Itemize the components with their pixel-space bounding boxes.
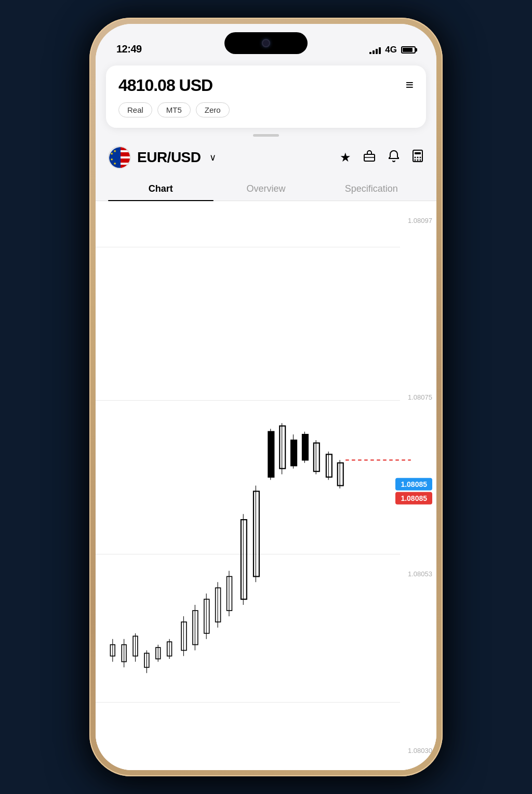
account-balance: 4810.08 USD <box>118 76 230 95</box>
svg-text:★: ★ <box>113 149 116 153</box>
tag-mt5[interactable]: MT5 <box>157 102 191 117</box>
svg-rect-45 <box>241 520 247 599</box>
candlestick-chart <box>96 201 436 770</box>
svg-rect-59 <box>326 454 332 477</box>
svg-text:★: ★ <box>110 157 113 161</box>
svg-rect-53 <box>291 440 297 466</box>
svg-rect-51 <box>280 426 285 469</box>
symbol-name[interactable]: EUR/USD <box>137 149 201 166</box>
symbol-left: ★ ★ ★ ★ <box>108 146 216 169</box>
portfolio-icon[interactable] <box>363 149 376 166</box>
tab-bar: Chart Overview Specification <box>96 177 436 201</box>
account-card: 4810.08 USD Real MT5 Zero ≡ <box>106 65 426 128</box>
tab-chart[interactable]: Chart <box>108 177 214 201</box>
svg-rect-4 <box>121 147 131 149</box>
svg-rect-47 <box>254 491 259 576</box>
svg-rect-8 <box>121 160 131 162</box>
price-badges: 1.08085 1.08085 <box>395 478 432 504</box>
symbol-actions: ★ <box>340 149 424 166</box>
currency-flag: ★ ★ ★ ★ <box>108 146 131 169</box>
notification-icon[interactable] <box>388 149 400 166</box>
menu-button[interactable]: ≡ <box>406 78 414 91</box>
status-icons: 4G <box>369 45 416 55</box>
chart-area[interactable]: 1.08097 1.08075 1.08053 1.08030 1.08085 … <box>96 201 436 770</box>
symbol-header: ★ ★ ★ ★ <box>96 137 436 169</box>
svg-point-21 <box>420 160 421 161</box>
svg-point-16 <box>415 157 416 158</box>
svg-rect-61 <box>338 463 343 486</box>
phone-screen: 12:49 4G 4810.08 USD <box>96 24 436 770</box>
svg-rect-10 <box>121 166 131 168</box>
account-tags: Real MT5 Zero <box>118 102 230 117</box>
tag-zero[interactable]: Zero <box>196 102 230 117</box>
svg-point-17 <box>417 157 419 158</box>
svg-rect-55 <box>302 434 308 460</box>
ask-price-badge: 1.08085 <box>395 492 432 504</box>
svg-rect-15 <box>415 152 421 154</box>
app-content: 4810.08 USD Real MT5 Zero ≡ <box>96 24 436 770</box>
tab-specification[interactable]: Specification <box>318 177 424 201</box>
calculator-icon[interactable] <box>411 149 424 166</box>
tag-real[interactable]: Real <box>118 102 152 117</box>
svg-rect-41 <box>216 588 221 622</box>
signal-icon <box>369 46 381 54</box>
svg-rect-9 <box>121 163 131 165</box>
phone-frame: 12:49 4G 4810.08 USD <box>89 18 443 776</box>
favorite-icon[interactable]: ★ <box>340 150 351 165</box>
svg-point-18 <box>420 157 421 158</box>
status-time: 12:49 <box>116 43 142 55</box>
camera <box>262 39 270 47</box>
svg-rect-7 <box>121 156 131 158</box>
svg-rect-49 <box>268 432 274 477</box>
svg-rect-6 <box>121 153 131 155</box>
chevron-down-icon[interactable]: ∨ <box>209 152 216 163</box>
svg-point-20 <box>417 160 419 161</box>
account-info: 4810.08 USD Real MT5 Zero <box>118 76 230 117</box>
svg-rect-5 <box>121 150 131 152</box>
svg-text:★: ★ <box>113 162 116 165</box>
network-type: 4G <box>385 45 397 55</box>
dynamic-island <box>224 32 308 54</box>
tab-overview[interactable]: Overview <box>214 177 319 201</box>
bid-price-badge: 1.08085 <box>395 478 432 490</box>
svg-point-19 <box>415 160 416 161</box>
battery-icon <box>401 46 416 54</box>
svg-rect-57 <box>314 443 320 472</box>
